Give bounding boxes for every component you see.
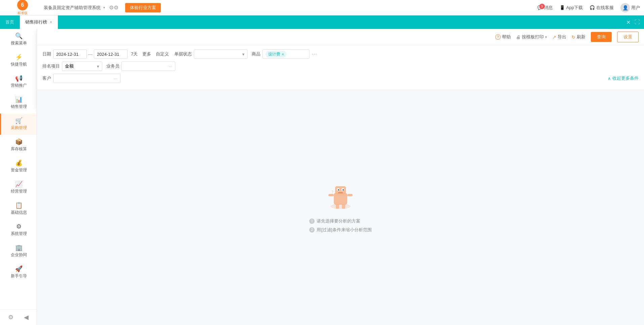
sidebar-item-sales[interactable]: 📊 销售管理: [0, 92, 37, 114]
rank-dropdown-icon: ▾: [97, 64, 99, 69]
user-label: 用户: [631, 5, 640, 11]
export-label: 导出: [558, 34, 566, 40]
print-btn[interactable]: 🖨 按模板打印 ▾: [516, 34, 547, 40]
sidebar-item-promote[interactable]: 📢 营销推广: [0, 71, 37, 92]
app-download-label: App下载: [566, 5, 583, 11]
goods-input[interactable]: 设计费 ×: [262, 49, 310, 59]
print-icon: 🖨: [516, 35, 521, 40]
sidebar-item-basic[interactable]: 📋 基础信息: [0, 198, 37, 219]
enterprise-icon: 🏢: [15, 245, 23, 251]
filter-area: 日期 2024-12-31 — 2024-12-31 7天 更多 自定义: [37, 45, 644, 90]
tab-sales-ranking[interactable]: 销售排行榜 ×: [20, 15, 58, 29]
sidebar: 🔍 搜索菜单 ⚡ 快捷导航 📢 营销推广 📊 销售管理 🛒 采购管理 📦 库存核…: [0, 29, 37, 325]
purchase-icon: 🛒: [15, 118, 23, 124]
collapse-arrow-icon: ∧: [608, 76, 611, 81]
promote-icon: 📢: [15, 75, 23, 81]
tab-close-icon[interactable]: ×: [50, 20, 52, 25]
quicknav-icon: ⚡: [15, 54, 23, 60]
salesman-input[interactable]: ···: [121, 62, 175, 71]
sidebar-item-warehouse[interactable]: 📦 库存核算: [0, 135, 37, 156]
search-icon: 🔍: [15, 33, 23, 39]
help-icon: ?: [495, 34, 501, 40]
collapse-btn[interactable]: ∧ 收起更多条件: [608, 75, 639, 81]
date-end-input[interactable]: 2024-12-31: [94, 49, 128, 59]
settings-button[interactable]: 设置: [617, 32, 639, 42]
user-icon: 👤: [622, 5, 628, 10]
settings-bottom-icon[interactable]: ⚙: [8, 314, 13, 321]
print-dropdown-icon: ▾: [545, 35, 547, 39]
notification-count: 9: [539, 4, 545, 9]
customer-filter-group: 客户 ···: [42, 74, 120, 83]
empty-tip-1: 1 请先选择要分析的方案: [309, 217, 371, 226]
app-download-btn[interactable]: 📱 App下载: [560, 5, 583, 11]
goods-more-btn[interactable]: ···: [312, 51, 317, 57]
sidebar-bottom: ⚙ ◀: [0, 309, 37, 325]
rank-select[interactable]: 金额 ▾: [62, 62, 102, 71]
top-header: 6 标准版 装备及固定资产辅助管理系统 ▾ ⚙ 体验行业方案 💬 9 消息 📱 …: [0, 0, 644, 15]
operation-icon: 📈: [15, 181, 23, 187]
sidebar-item-search[interactable]: 🔍 搜索菜单: [0, 29, 37, 50]
date-custom-btn[interactable]: 自定义: [154, 50, 170, 58]
tip-text-1: 请先选择要分析的方案: [317, 217, 360, 226]
date-separator: —: [88, 52, 93, 57]
app-icon: 📱: [560, 5, 565, 10]
close-window-icon[interactable]: ✕: [626, 19, 631, 26]
sales-icon: 📊: [15, 96, 23, 103]
goods-tag: 设计费 ×: [265, 51, 286, 58]
rank-label: 排名项目: [42, 63, 60, 69]
tab-bar: 首页 销售排行榜 × ✕ ⛶: [0, 15, 644, 29]
main-layout: 🔍 搜索菜单 ⚡ 快捷导航 📢 营销推广 📊 销售管理 🛒 采购管理 📦 库存核…: [0, 29, 644, 325]
tab-home[interactable]: 首页: [0, 15, 20, 29]
export-icon: ↗: [552, 35, 556, 40]
sidebar-label-purchase: 采购管理: [11, 125, 27, 131]
sidebar-item-fund[interactable]: 💰 资金管理: [0, 156, 37, 177]
refresh-icon: ↻: [572, 35, 575, 40]
system-title-arrow-icon: ▾: [103, 6, 105, 9]
refresh-btn[interactable]: ↻ 刷新: [572, 34, 585, 40]
system-icon: ⚙: [16, 224, 22, 230]
sidebar-item-operation[interactable]: 📈 经营管理: [0, 177, 37, 198]
export-btn[interactable]: ↗ 导出: [552, 34, 566, 40]
content-area: ? 帮助 🖨 按模板打印 ▾ ↗ 导出 ↻ 刷新 查询 设置: [37, 29, 644, 325]
header-right: 💬 9 消息 📱 App下载 🎧 在线客服 👤 用户: [537, 3, 640, 12]
help-btn[interactable]: ? 帮助: [495, 34, 511, 40]
goods-tag-close[interactable]: ×: [282, 52, 284, 56]
fund-icon: 💰: [15, 160, 23, 166]
tip-num-1: 1: [309, 218, 315, 224]
sidebar-item-guide[interactable]: 🚀 新手引导: [0, 262, 37, 283]
rank-item-filter-group: 排名项目 金额 ▾: [42, 62, 102, 71]
sidebar-label-search: 搜索菜单: [11, 40, 27, 46]
svg-rect-9: [347, 194, 353, 196]
print-label: 按模板打印: [522, 34, 544, 40]
user-menu-btn[interactable]: 👤 用户: [620, 3, 640, 12]
gear-icon[interactable]: ⚙: [109, 4, 118, 11]
collapse-icon[interactable]: ◀: [24, 314, 29, 321]
empty-svg: ?: [324, 181, 357, 211]
date-start-input[interactable]: 2024-12-31: [53, 49, 87, 59]
salesman-label: 业务员: [106, 63, 119, 69]
sidebar-label-warehouse: 库存核算: [11, 146, 27, 152]
filter-row-2: 排名项目 金额 ▾ 业务员 ···: [42, 62, 639, 71]
doc-status-select[interactable]: ▾: [194, 49, 248, 59]
system-title-text: 装备及固定资产辅助管理系统: [44, 5, 101, 11]
customer-input[interactable]: ···: [53, 74, 120, 83]
industry-btn[interactable]: 体验行业方案: [125, 3, 161, 12]
date-7days-btn[interactable]: 7天: [130, 50, 139, 58]
sidebar-label-guide: 新手引导: [11, 273, 27, 279]
fullscreen-icon[interactable]: ⛶: [635, 19, 640, 25]
sidebar-item-purchase[interactable]: 🛒 采购管理: [0, 114, 37, 135]
query-button[interactable]: 查询: [591, 32, 612, 42]
date-more-btn[interactable]: 更多: [141, 50, 152, 58]
help-label: 帮助: [502, 34, 511, 40]
online-service-label: 在线客服: [596, 5, 614, 11]
date-start-value: 2024-12-31: [56, 52, 79, 57]
sidebar-item-enterprise[interactable]: 🏢 企业协同: [0, 241, 37, 262]
sidebar-item-system[interactable]: ⚙ 系统管理: [0, 219, 37, 241]
filter-row-3: 客户 ··· ∧ 收起更多条件: [42, 74, 639, 83]
sidebar-item-quicknav[interactable]: ⚡ 快捷导航: [0, 50, 37, 71]
svg-rect-1: [334, 193, 347, 205]
online-service-btn[interactable]: 🎧 在线客服: [589, 5, 614, 11]
tip-text-2: 用[过滤]条件来缩小分析范围: [317, 226, 371, 234]
date-filter-group: 日期 2024-12-31 — 2024-12-31 7天 更多 自定义: [42, 49, 170, 59]
notification-btn[interactable]: 💬 9 消息: [537, 5, 553, 11]
